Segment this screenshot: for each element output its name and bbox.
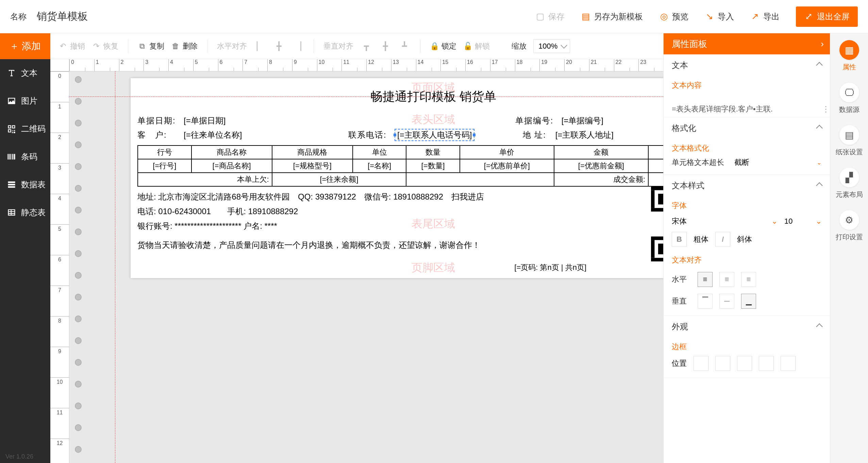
tab-properties[interactable]: ▦属性 [839, 40, 859, 72]
pagenum-value[interactable]: [=页码: 第n页 | 共n页] [514, 262, 586, 273]
section-text[interactable]: 文本 [664, 54, 830, 76]
footer-tel[interactable]: 电话: 010-62430001 手机: 18910888292 [137, 204, 663, 219]
guide-dot[interactable] [75, 315, 82, 322]
guide-dot[interactable] [75, 120, 82, 126]
copy-button[interactable]: ⧉复制 [138, 41, 164, 51]
nav-image[interactable]: 图片 [0, 87, 50, 115]
save-button[interactable]: ▢保存 [535, 11, 565, 22]
redo-button[interactable]: ↷恢复 [92, 41, 118, 51]
foot-left-label[interactable]: 本单上欠: [138, 173, 272, 186]
properties-header[interactable]: 属性面板› [664, 33, 830, 54]
guide-dot[interactable] [75, 359, 82, 366]
table-header[interactable]: 商品规格 [272, 145, 353, 159]
guide-dot[interactable] [75, 272, 82, 279]
section-style[interactable]: 文本样式 [664, 175, 830, 196]
more-icon[interactable]: ⋮ [822, 104, 830, 114]
tel-value-selected[interactable]: [=主联系人电话号码] [395, 129, 474, 141]
table-cell[interactable]: [=数量] [406, 159, 460, 173]
save-as-button[interactable]: ▤另存为新模板 [581, 11, 643, 22]
tab-paper[interactable]: ▤纸张设置 [836, 125, 863, 157]
nav-text[interactable]: 文本 [0, 59, 50, 87]
tab-layout[interactable]: ▞元素布局 [836, 168, 863, 199]
guide-dot[interactable] [75, 207, 82, 213]
align-v-middle-button[interactable]: ─ [719, 294, 734, 309]
nav-barcode[interactable]: 条码 [0, 143, 50, 171]
foot-right-val[interactable]: [=成交金额] [648, 173, 663, 186]
table-cell[interactable]: [=商品名称] [191, 159, 272, 173]
table-cell[interactable]: [=名称] [353, 159, 406, 173]
align-v-bottom-button[interactable]: ▁ [741, 294, 756, 309]
add-button[interactable]: ＋添加 [0, 33, 50, 59]
section-appearance[interactable]: 外观 [664, 316, 830, 338]
guide-dot[interactable] [75, 228, 82, 235]
guide-dot[interactable] [75, 446, 82, 453]
table-header[interactable]: 行号 [138, 145, 191, 159]
preview-button[interactable]: ◎预览 [659, 11, 688, 22]
text-content-value[interactable]: =表头表尾详细字段.客户•主联. [664, 104, 822, 114]
guide-dot[interactable] [75, 337, 82, 344]
overflow-select[interactable]: 截断⌄ [734, 157, 822, 168]
table-cell[interactable]: [=规格型号] [272, 159, 353, 173]
page[interactable]: 页面区域 畅捷通打印模板 销货单 表头区域 单据日期:[=单据日期] 单据编号:… [131, 78, 663, 278]
export-button[interactable]: ↗导出 [750, 11, 780, 22]
tab-print[interactable]: ⚙打印设置 [836, 210, 863, 242]
guide-dot[interactable] [75, 163, 82, 170]
exit-fullscreen-button[interactable]: ⤢退出全屏 [796, 6, 858, 27]
template-table[interactable]: 行号商品名称商品规格单位数量单价金额备注 [=行号][=商品名称][=规格型号]… [137, 145, 663, 187]
guide-dot[interactable] [75, 402, 82, 409]
name-value[interactable]: 销货单模板 [37, 10, 88, 23]
align-top-icon[interactable]: ┳ [360, 40, 372, 52]
cust-label[interactable]: 客 户: [137, 130, 178, 140]
border-right-button[interactable] [737, 356, 752, 371]
guide-dot[interactable] [75, 76, 82, 83]
align-left-icon[interactable]: ▏ [254, 40, 266, 52]
table-header[interactable]: 金额 [554, 145, 648, 159]
date-label[interactable]: 单据日期: [137, 115, 178, 126]
nav-statictable[interactable]: 静态表 [0, 199, 50, 226]
lock-button[interactable]: 🔒锁定 [430, 41, 456, 51]
font-size-select[interactable]: 10⌄ [784, 217, 822, 226]
unlock-button[interactable]: 🔓解锁 [463, 41, 490, 51]
table-header[interactable]: 商品名称 [191, 145, 272, 159]
border-bottom-button[interactable] [759, 356, 774, 371]
font-select[interactable]: 宋体⌄ [672, 216, 778, 226]
align-bottom-icon[interactable]: ┻ [398, 40, 411, 52]
cust-value[interactable]: [=往来单位名称] [184, 130, 242, 140]
tel-label[interactable]: 联系电话: [348, 130, 389, 140]
align-middle-icon[interactable]: ╋ [379, 40, 391, 52]
guide-line-v1[interactable] [115, 71, 115, 463]
footer-note[interactable]: 货物当天请验收清楚，产品质量问题请在一个月内退换，逾期概不负责，还望谅解，谢谢合… [137, 238, 663, 252]
bold-button[interactable]: B [672, 232, 687, 247]
table-cell[interactable]: [=行号] [138, 159, 191, 173]
guide-dot[interactable] [75, 98, 82, 105]
foot-right-label[interactable]: 成交金额: [554, 173, 648, 186]
section-format[interactable]: 格式化 [664, 117, 830, 139]
align-v-top-button[interactable]: ▔ [698, 294, 713, 309]
delete-button[interactable]: 🗑删除 [171, 41, 198, 51]
table-cell[interactable]: [=优惠前单价] [460, 159, 554, 173]
foot-left-val[interactable]: [=往来余额] [272, 173, 406, 186]
addr-label[interactable]: 地 址: [523, 130, 550, 140]
align-h-left-button[interactable]: ≡ [698, 272, 713, 287]
table-header[interactable]: 备注 [648, 145, 663, 159]
align-h-center-button[interactable]: ≡ [719, 272, 734, 287]
footer-bank[interactable]: 银行账号: ********************* 户名: **** [137, 219, 663, 233]
nav-datatable[interactable]: 数据表 [0, 171, 50, 199]
align-h-right-button[interactable]: ≡ [741, 272, 756, 287]
guide-line-h[interactable] [69, 97, 663, 97]
nav-qrcode[interactable]: 二维码 [0, 115, 50, 143]
no-value[interactable]: [=单据编号] [562, 115, 603, 126]
align-center-icon[interactable]: ╋ [273, 40, 285, 52]
table-header[interactable]: 数量 [406, 145, 460, 159]
guide-dot[interactable] [75, 294, 82, 301]
zoom-select[interactable]: 100% [533, 39, 570, 53]
border-all-button[interactable] [694, 356, 708, 371]
italic-button[interactable]: I [715, 232, 730, 247]
date-value[interactable]: [=单据日期] [184, 115, 226, 126]
no-label[interactable]: 单据编号: [515, 115, 556, 126]
import-button[interactable]: ↘导入 [705, 11, 734, 22]
guide-dot[interactable] [75, 185, 82, 192]
table-header[interactable]: 单价 [460, 145, 554, 159]
qr-code[interactable] [651, 187, 663, 261]
addr-value[interactable]: [=主联系人地址] [555, 130, 614, 140]
